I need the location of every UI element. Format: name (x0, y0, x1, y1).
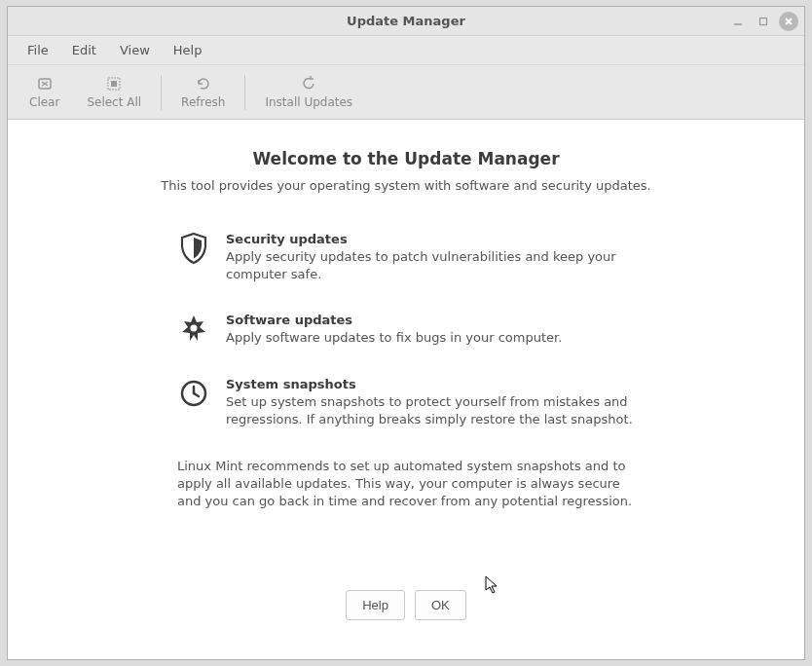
section-text: System snapshots Set up system snapshots… (226, 377, 635, 428)
section-title: System snapshots (226, 377, 635, 391)
toolbar-separator (244, 75, 245, 110)
star-icon (177, 313, 210, 346)
app-window: Update Manager File Edit View Help Clear (7, 6, 805, 660)
section-desc: Apply security updates to patch vulnerab… (226, 248, 635, 283)
section-desc: Apply software updates to fix bugs in yo… (226, 329, 562, 347)
menu-help[interactable]: Help (162, 39, 214, 61)
toolbar-separator (161, 75, 162, 110)
section-software: Software updates Apply software updates … (177, 313, 635, 347)
menu-file[interactable]: File (16, 39, 60, 61)
section-text: Security updates Apply security updates … (226, 232, 635, 283)
section-desc: Set up system snapshots to protect yours… (226, 393, 635, 428)
content-area: Welcome to the Update Manager This tool … (8, 120, 804, 659)
svg-point-9 (191, 325, 198, 332)
sections: Security updates Apply security updates … (177, 232, 635, 458)
close-button[interactable] (779, 12, 798, 31)
section-title: Software updates (226, 313, 562, 327)
refresh-button[interactable]: Refresh (167, 71, 239, 113)
shield-icon (177, 232, 210, 265)
welcome-subtitle: This tool provides your operating system… (161, 178, 651, 193)
section-text: Software updates Apply software updates … (226, 313, 562, 347)
maximize-button[interactable] (754, 12, 773, 31)
select-all-icon (106, 75, 122, 92)
section-snapshots: System snapshots Set up system snapshots… (177, 377, 635, 428)
minimize-button[interactable] (728, 12, 748, 31)
clock-icon (177, 377, 210, 410)
select-all-label: Select All (87, 95, 141, 109)
install-label: Install Updates (265, 95, 352, 109)
select-all-button[interactable]: Select All (73, 71, 155, 113)
window-title: Update Manager (347, 14, 465, 28)
install-updates-button[interactable]: Install Updates (251, 71, 366, 113)
help-button[interactable]: Help (346, 590, 405, 620)
ok-button[interactable]: OK (415, 590, 466, 620)
button-row: Help OK (346, 590, 466, 620)
clear-button[interactable]: Clear (16, 71, 73, 113)
window-controls (728, 12, 798, 31)
section-title: Security updates (226, 232, 635, 246)
welcome-title: Welcome to the Update Manager (252, 149, 559, 168)
menu-edit[interactable]: Edit (60, 39, 108, 61)
menubar: File Edit View Help (8, 36, 804, 65)
svg-rect-1 (760, 18, 767, 25)
titlebar: Update Manager (8, 7, 804, 36)
clear-icon (37, 75, 53, 92)
svg-rect-8 (111, 81, 117, 87)
menu-view[interactable]: View (108, 39, 162, 61)
install-icon (301, 75, 316, 92)
cursor-icon (485, 575, 500, 598)
svg-line-12 (194, 393, 199, 396)
refresh-label: Refresh (181, 95, 225, 109)
recommendation-text: Linux Mint recommends to set up automate… (177, 458, 635, 511)
refresh-icon (196, 75, 211, 92)
toolbar: Clear Select All Refresh Install Updates (8, 65, 804, 120)
section-security: Security updates Apply security updates … (177, 232, 635, 283)
clear-label: Clear (29, 95, 59, 109)
